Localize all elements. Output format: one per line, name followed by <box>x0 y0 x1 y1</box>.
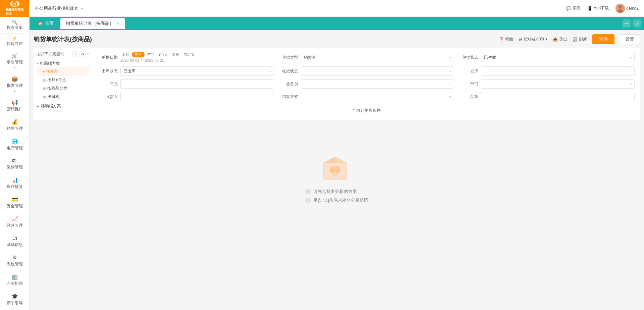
sidebar-item-guide[interactable]: 🎓 新手引导 <box>0 290 29 309</box>
scheme-item-by-category[interactable]: ▦ 按商品分类 <box>36 84 89 93</box>
sidebar-quick-nav[interactable]: ⚡ 快捷导航 <box>0 34 29 49</box>
filter-warehouse-input[interactable]: ··· <box>481 66 635 76</box>
sidebar-item-label: 系统管理 <box>7 261 23 267</box>
filter-salesperson-field: 业务员 ··· <box>278 79 454 89</box>
date-btn-7days[interactable]: 近7天 <box>157 52 169 57</box>
date-btn-more[interactable]: 更多 <box>171 52 181 57</box>
sidebar-item-purchase[interactable]: 🛍 采购管理 <box>0 154 29 173</box>
export-icon: 📤 <box>553 37 558 42</box>
sidebar-item-label: 资金管理 <box>7 203 23 209</box>
template-print-btn[interactable]: 🖨 按模板打印 ▾ <box>519 37 547 42</box>
sidebar-item-sales[interactable]: 💰 销售管理 <box>0 115 29 135</box>
sidebar-item-wholesale[interactable]: 📦 批发管理 ▴ <box>0 72 29 96</box>
filter-area: 单据日期 上月 本月 本年 近7天 更多 自定义 2023-03-01 至 20… <box>92 48 640 120</box>
svg-point-9 <box>331 169 333 171</box>
filter-docstatus-select[interactable]: 已生效 ▾ <box>481 53 635 62</box>
filter-docstatus-field: 单据状态 已生效 ▾ <box>458 53 635 62</box>
sidebar-item-finance[interactable]: 💳 资金管理 <box>0 193 29 212</box>
table-icon: ▦ <box>43 78 46 82</box>
sidebar-item-label: 新手引导 <box>7 300 23 306</box>
filter-dept-select[interactable]: ▾ <box>481 79 635 89</box>
guide-icon: 🎓 <box>11 293 18 300</box>
export-btn[interactable]: 📤 导出 <box>553 37 567 42</box>
sidebar-item-system[interactable]: ⚙ 系统管理 <box>0 251 29 270</box>
sidebar-item-label: 采购管理 <box>7 164 23 170</box>
topbar-dropdown-btn[interactable]: ▾ <box>81 6 83 11</box>
help-btn[interactable]: ❓ 帮助 <box>499 37 513 42</box>
filter-product-label: 商品 <box>98 81 118 87</box>
filter-warehouse-field: 仓库 ··· <box>458 66 635 76</box>
filter-docstatus-label: 单据状态 <box>458 55 478 60</box>
filter-paymentstatus-select[interactable]: ▾ <box>301 66 454 76</box>
tip-num-2: 2 <box>305 198 311 203</box>
sidebar-item-label: 基础信息 <box>7 242 23 248</box>
filter-doctype-select[interactable]: 销货单 ▾ <box>301 53 454 62</box>
dots-icon: ··· <box>628 69 632 73</box>
sidebar-item-operations[interactable]: 📈 经营管理 <box>0 212 29 232</box>
sidebar-item-label: 销售管理 <box>7 126 23 132</box>
settings-btn[interactable]: 设置 <box>620 34 640 44</box>
scheme-add-btn[interactable]: + <box>72 51 78 57</box>
page-header: 销货单统计表(按商品) ❓ 帮助 🖨 按模板打印 ▾ 📤 导出 🔄 刷新 <box>34 34 640 44</box>
scheme-group-pc: ▾ 电脑端方案 ● 按商品 ▦ 按月+商品 ▦ 按商品分类 <box>36 60 89 101</box>
home-icon: 🏠 <box>38 21 43 26</box>
sidebar-item-inventory[interactable]: 📊 库存核算 <box>0 173 29 193</box>
help-icon: ❓ <box>499 37 504 42</box>
main-area: 办公用品行业模拟账套 ▾ 💬 消息 📱 App下载 de <box>30 0 644 310</box>
sidebar-item-marketing[interactable]: 📢 营销推广 <box>0 96 29 115</box>
chevron-icon: ▾ <box>14 66 15 69</box>
scheme-settings-btn[interactable]: ⚙ <box>79 51 86 57</box>
inventory-icon: 📊 <box>11 177 18 183</box>
filter-outstatus-select[interactable]: 已出库 ▾ <box>120 66 274 76</box>
tab-home[interactable]: 🏠 首页 <box>32 18 59 29</box>
tab-sales-stat[interactable]: 销货单统计表（按商品） ✕ <box>60 18 125 29</box>
scheme-collapse-btn[interactable]: « <box>87 51 89 57</box>
sidebar-item-enterprise[interactable]: 🏢 企业协同 <box>0 270 29 290</box>
filter-brand-input[interactable]: ··· <box>481 92 635 101</box>
sidebar-item-label: 营销推广 <box>7 106 23 112</box>
tab-close-btn[interactable]: ✕ <box>116 21 119 26</box>
query-btn[interactable]: 查询 <box>592 34 614 44</box>
empty-tips: 1 请先选择要分析的方案 2 用[过滤]条件来缩小分析范围 <box>305 189 368 203</box>
svg-point-3 <box>619 5 622 9</box>
scheme-item-by-driver[interactable]: ▦ 按司机 <box>36 93 89 101</box>
group-arrow-collapsed-icon: ▶ <box>37 104 40 108</box>
scheme-group-pc-header[interactable]: ▾ 电脑端方案 <box>36 60 89 67</box>
purchase-icon: 🛍 <box>12 158 17 164</box>
avatar <box>615 4 625 13</box>
scheme-group-mobile-header[interactable]: ▶ 移动端方案 <box>36 102 89 110</box>
sidebar-item-label: 库存核算 <box>7 184 23 190</box>
scheme-header: 按以下方案查询 + ⚙ « <box>36 51 89 57</box>
filter-salesperson-input[interactable]: ··· <box>301 79 454 89</box>
filter-settlement-select[interactable]: ▾ <box>301 92 454 101</box>
filter-product-input[interactable]: ··· <box>120 79 274 89</box>
scheme-item-by-month-product[interactable]: ▦ 按月+商品 <box>36 76 89 84</box>
sidebar-item-ecommerce[interactable]: 🌐 电商管理 <box>0 135 29 154</box>
scheme-panel: 按以下方案查询 + ⚙ « ▾ 电脑端方案 ● 按商品 <box>34 48 92 120</box>
refresh-btn[interactable]: 🔄 刷新 <box>573 37 587 42</box>
filter-recipient-input[interactable]: ··· <box>120 92 274 101</box>
filter-row-4: 收货人 ··· 结算方式 ▾ 品牌 <box>98 92 635 101</box>
scheme-item-by-product[interactable]: ● 按商品 <box>36 67 89 76</box>
chevron-up-icon: ▴ <box>14 89 15 93</box>
user-menu[interactable]: demo2 <box>615 4 639 13</box>
app-download-btn[interactable]: 📱 App下载 <box>587 5 609 11</box>
table-icon3: ▦ <box>43 95 46 99</box>
date-btn-custom[interactable]: 自定义 <box>182 52 196 57</box>
sidebar-item-retail[interactable]: 🛒 零售管理 ▾ <box>0 49 29 72</box>
filter-product-field: 商品 ··· <box>98 79 274 89</box>
date-btn-thisyear[interactable]: 本年 <box>146 52 156 57</box>
dropdown-icon2: ▾ <box>630 56 632 59</box>
message-btn[interactable]: 💬 消息 <box>566 5 581 11</box>
tab-maximize-btn[interactable]: ⤢ <box>633 19 641 28</box>
logo-icon: 好 <box>10 1 19 7</box>
sidebar-item-basic[interactable]: 🗂 基础信息 <box>0 232 29 251</box>
date-btn-lastmonth[interactable]: 上月 <box>120 52 130 57</box>
sidebar-search[interactable]: 🔍 搜索菜单 <box>0 17 29 34</box>
filter-collapse-btn[interactable]: ⌃ 收起更多条件 <box>98 105 635 116</box>
filter-date-label: 单据日期 <box>98 55 118 60</box>
tab-minimize-btn[interactable]: — <box>623 19 631 28</box>
sidebar-item-label: 批发管理 <box>7 83 23 89</box>
page-actions: ❓ 帮助 🖨 按模板打印 ▾ 📤 导出 🔄 刷新 查询 设置 <box>499 34 640 44</box>
date-btn-thismonth[interactable]: 本月 <box>132 52 145 57</box>
